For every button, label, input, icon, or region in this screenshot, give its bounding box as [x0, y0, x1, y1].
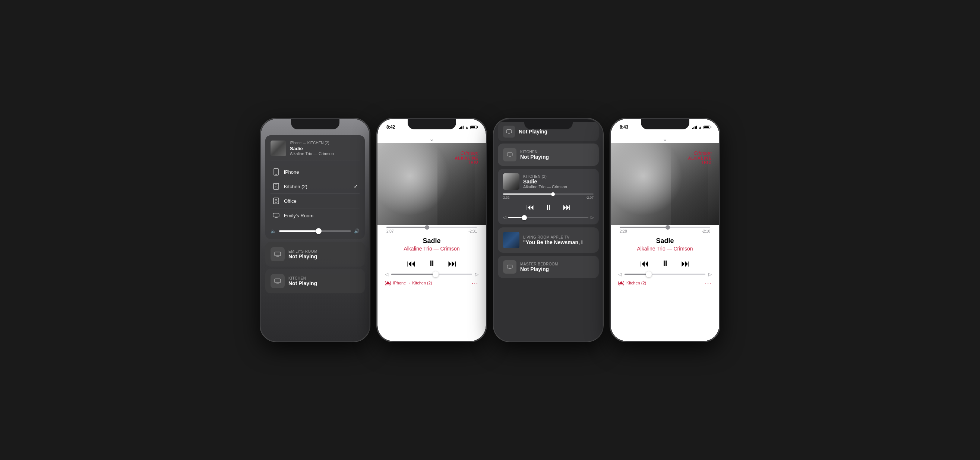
airplay-device-iphone[interactable]: iPhone [270, 165, 360, 179]
chevron-down-icon-4[interactable]: ⌄ [662, 135, 667, 142]
volume-low-icon: 🔈 [270, 229, 276, 234]
chevron-down-icon-2[interactable]: ⌄ [429, 135, 434, 142]
svg-rect-13 [277, 283, 279, 284]
airplay-device-office[interactable]: Office [270, 194, 360, 209]
wifi-icon-2: ▲ [465, 125, 469, 129]
signal-bars-4 [692, 125, 697, 129]
battery-icon-4 [703, 126, 710, 129]
rewind-button-3[interactable]: ⏮ [526, 202, 535, 212]
volume-slider-1[interactable] [279, 230, 351, 232]
airplay-route: iPhone → KITCHEN (2) [290, 141, 360, 145]
kitchen-info: KITCHEN Not Playing [288, 276, 360, 286]
controls-4: ⏮ ⏸ ⏭ [611, 255, 719, 272]
phone-3: Not Playing KITCHEN Not Playing [493, 118, 603, 342]
status-icons-2: ▲ [459, 125, 477, 129]
emilys-room-icon [270, 247, 285, 261]
kitchen-device-card[interactable]: KITCHEN Not Playing [498, 143, 599, 166]
svg-rect-11 [277, 256, 279, 257]
phones-container: iPhone → KITCHEN (2) Sadie Alkaline Trio… [260, 118, 720, 342]
appletv-icon-emilys [272, 212, 280, 220]
kitchen-label: KITCHEN [288, 276, 360, 280]
top-not-playing-bar: Not Playing [498, 122, 599, 141]
time-current-2: 2:07 [387, 229, 393, 233]
battery-icon-2 [470, 126, 477, 129]
status-bar-2: 8:42 ▲ [377, 119, 486, 132]
emilys-room-info: EMILY'S ROOM Not Playing [288, 249, 360, 259]
phone-4: 8:43 ▲ [610, 118, 720, 342]
multi-device-list: KITCHEN Not Playing KITCHEN (2) [494, 141, 603, 280]
kitchen-card-label: KITCHEN [520, 150, 593, 154]
master-bedroom-card[interactable]: MASTER BEDROOM Not Playing [498, 256, 599, 278]
airplay-source-text-2: iPhone → Kitchen (2) [393, 281, 432, 285]
airplay-song: Sadie [290, 146, 360, 151]
device-name-emilys: Emily's Room [284, 213, 358, 218]
phone-2: 8:42 ▲ [377, 118, 487, 342]
svg-rect-19 [509, 268, 511, 269]
airplay-icon-2 [385, 280, 391, 285]
signal-bars-2 [459, 125, 463, 129]
fastforward-button-3[interactable]: ⏭ [563, 202, 571, 212]
chevron-container-4: ⌄ [611, 132, 719, 143]
emilys-room-label: EMILY'S ROOM [288, 249, 360, 253]
svg-rect-16 [507, 153, 512, 156]
vol-high-icon-4: ▷ [708, 272, 712, 277]
pause-button-3[interactable]: ⏸ [545, 203, 552, 212]
airplay-album-thumb [270, 140, 286, 156]
svg-point-3 [275, 186, 277, 188]
fastforward-button-4[interactable]: ⏭ [681, 258, 690, 269]
device-name-office: Office [284, 198, 358, 204]
check-icon-kitchen: ✓ [354, 183, 358, 189]
master-bedroom-icon [503, 260, 517, 274]
kitchen-card[interactable]: KITCHEN Not Playing [265, 269, 365, 293]
kitchen-card-status: Not Playing [520, 154, 593, 160]
living-room-name: "You Be the Newsman, I [523, 239, 593, 245]
vol-low-icon-2: ◁ [385, 272, 388, 277]
album-art-2: Crimson ALKALINE TRIO [377, 143, 486, 225]
progress-container-2: 2:07 -2:31 [377, 227, 486, 233]
kitchen2-progress-bar[interactable] [503, 193, 593, 194]
svg-rect-7 [275, 199, 277, 200]
kitchen2-info: KITCHEN (2) Sadie Alkaline Trio — Crimso… [523, 175, 593, 189]
airplay-source-4[interactable]: Kitchen (2) [618, 280, 646, 285]
progress-times-4: 2:28 -2:10 [620, 229, 710, 233]
living-room-card[interactable]: LIVING ROOM APPLE TV "You Be the Newsman… [498, 228, 599, 253]
kitchen2-artist: Alkaline Trio — Crimson [523, 185, 593, 189]
top-not-playing-text: Not Playing [519, 129, 547, 135]
status-time-4: 8:43 [620, 124, 628, 130]
kitchen2-header: KITCHEN (2) Sadie Alkaline Trio — Crimso… [503, 173, 593, 190]
svg-rect-1 [275, 175, 277, 175]
track-title-2: Sadie [387, 237, 477, 245]
track-artist-2: Alkaline Trio — Crimson [387, 246, 477, 251]
emilys-room-status: Not Playing [288, 253, 360, 259]
more-button-4[interactable]: ··· [705, 280, 712, 286]
rewind-button-2[interactable]: ⏮ [407, 258, 416, 269]
album-text-2: Crimson ALKALINE TRIO [455, 151, 479, 164]
progress-times-2: 2:07 -2:31 [387, 229, 477, 233]
pause-button-4[interactable]: ⏸ [661, 259, 669, 268]
kitchen-card-info: KITCHEN Not Playing [520, 150, 593, 160]
living-room-info: LIVING ROOM APPLE TV "You Be the Newsman… [523, 235, 593, 245]
album-text-4: Crimson ALKALINE TRIO [688, 151, 712, 164]
kitchen2-album-thumb [503, 173, 519, 190]
track-title-4: Sadie [620, 237, 710, 245]
progress-bar-2[interactable] [387, 227, 477, 228]
airplay-source-row-4: Kitchen (2) ··· [611, 277, 719, 287]
airplay-source-2[interactable]: iPhone → Kitchen (2) [385, 280, 432, 285]
status-icons-4: ▲ [692, 125, 710, 129]
airplay-device-kitchen[interactable]: Kitchen (2) ✓ [270, 179, 360, 194]
airplay-current-track: iPhone → KITCHEN (2) Sadie Alkaline Trio… [270, 140, 360, 161]
vol-high-3: ▷ [590, 215, 593, 220]
progress-bar-4[interactable] [620, 227, 710, 228]
kitchen2-vol-slider[interactable] [508, 217, 589, 218]
rewind-button-4[interactable]: ⏮ [640, 258, 649, 269]
kitchen2-controls: ⏮ ⏸ ⏭ [503, 202, 593, 212]
volume-slider-4[interactable] [625, 274, 705, 275]
living-room-label: LIVING ROOM APPLE TV [523, 235, 593, 239]
emilys-room-card[interactable]: EMILY'S ROOM Not Playing [265, 242, 365, 267]
airplay-device-emilys-room[interactable]: Emily's Room [270, 209, 360, 223]
more-button-2[interactable]: ··· [472, 280, 479, 286]
pause-button-2[interactable]: ⏸ [428, 259, 436, 268]
fastforward-button-2[interactable]: ⏭ [448, 258, 457, 269]
master-bedroom-info: MASTER BEDROOM Not Playing [520, 262, 593, 272]
volume-slider-2[interactable] [391, 274, 472, 275]
